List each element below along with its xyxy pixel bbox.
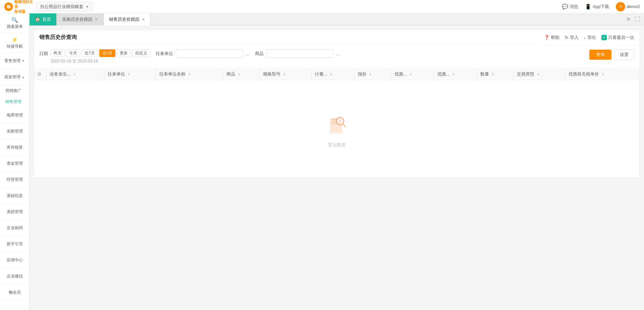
date-btn-1month[interactable]: 近1月 <box>99 49 116 57</box>
settings-button[interactable]: 设置 <box>614 49 634 60</box>
goods-filter-group: 商品 ... <box>255 49 340 58</box>
date-btn-more[interactable]: 更多 <box>117 49 131 57</box>
empty-text: 暂元数据 <box>328 142 345 148</box>
export-btn[interactable]: ↓ 导出 <box>584 35 596 41</box>
date-buttons: 昨天 今天 近7天 近1月 更多 自定义 2023-02-18 至 2023-0… <box>51 49 150 64</box>
tab-close-purchase[interactable]: ✕ <box>95 17 98 21</box>
sort-icon: ⇅ <box>452 72 455 76</box>
sort-icon: ⇅ <box>127 72 130 76</box>
workspace-selector[interactable]: 办公用品行业模拟账套 ▼ <box>36 2 93 11</box>
page-content: 销售历史价查询 ❓ 帮助 ↻ 导入 ↓ 导出 <box>30 25 644 310</box>
filter-actions: 查询 设置 <box>589 49 634 60</box>
date-btn-custom[interactable]: 自定义 <box>132 49 150 57</box>
col-qty[interactable]: 数量 ⇅ <box>477 68 513 80</box>
goods-input[interactable] <box>266 49 333 58</box>
svg-line-9 <box>342 124 345 127</box>
sidebar-item-inventory-check[interactable]: 库存核算 <box>0 140 29 156</box>
help-icon: ❓ <box>544 35 549 40</box>
table-head: ⚙ 业务发生... ⇅ 往来单位 ⇅ <box>34 68 640 80</box>
page-panel: 销售历史价查询 ❓ 帮助 ↻ 导入 ↓ 导出 <box>34 30 640 178</box>
sidebar-item-enterprise-wechat[interactable]: 企业微信 <box>0 268 29 285</box>
checkbox-checked-icon: ✓ <box>601 35 607 40</box>
import-icon: ↻ <box>565 35 569 40</box>
main-layout: 🔍 搜索菜单 ⚡ 快捷导航 零售管理 ▼ 批发管理 ▲ 营销推广 销售管理 电商… <box>0 13 644 310</box>
date-range-text: 2023-02-18 至 2023-03-18 <box>51 58 150 64</box>
partner-input[interactable] <box>176 49 243 58</box>
sidebar-item-purchase-mgmt[interactable]: 采购管理 <box>0 123 29 140</box>
page-header-actions: ❓ 帮助 ↻ 导入 ↓ 导出 ✓ 只看最后一次 <box>544 35 635 41</box>
logo-area: 畅 畅捷信好生意 标准版 <box>4 0 34 14</box>
partner-filter-group: 往来单位 ... <box>156 49 250 58</box>
col-settings[interactable]: ⚙ <box>34 68 46 80</box>
sidebar-item-quick-nav[interactable]: ⚡ 快捷导航 <box>0 33 29 53</box>
sidebar-item-member[interactable]: 畅会员 <box>0 285 29 301</box>
col-spec[interactable]: 规格型号 ⇅ <box>260 68 311 80</box>
sort-icon: ⇅ <box>537 72 540 76</box>
goods-input-group: ... <box>266 49 340 58</box>
sidebar-item-search-menu[interactable]: 🔍 搜索菜单 <box>0 13 29 33</box>
message-icon: 💬 <box>562 4 568 10</box>
home-icon: 🏠 <box>35 17 40 22</box>
sort-icon: ⇅ <box>283 72 286 76</box>
partner-dots-btn[interactable]: ... <box>246 51 250 56</box>
col-pretax-price[interactable]: 优惠前无税单价 ⇅ <box>565 68 640 80</box>
table-body: 暂元数据 <box>34 80 640 178</box>
partner-input-group: ... <box>176 49 250 58</box>
col-goods[interactable]: 商品 ⇅ <box>223 68 260 80</box>
tab-close-sales[interactable]: ✕ <box>142 17 145 21</box>
bookmark-icon: ⚡ <box>11 37 18 43</box>
sort-icon: ⇅ <box>491 72 494 76</box>
sidebar-item-enterprise-collab[interactable]: 企业协同 <box>0 220 29 236</box>
sort-icon: ⇅ <box>369 72 372 76</box>
date-btn-today[interactable]: 今天 <box>66 49 80 57</box>
page-title: 销售历史价查询 <box>39 34 77 41</box>
col-price[interactable]: 报价 ⇅ <box>354 68 391 80</box>
sidebar-item-finance-mgmt[interactable]: 资金管理 <box>0 156 29 172</box>
chevron-up-icon: ▲ <box>22 75 25 79</box>
svg-text:畅: 畅 <box>7 4 11 9</box>
sort-icon: ⇅ <box>73 72 76 76</box>
app-download-btn[interactable]: 📱 App下载 <box>585 4 609 10</box>
sidebar-item-wholesale-mgmt[interactable]: 批发管理 ▲ <box>0 69 29 85</box>
header-right: 💬 消息 📱 App下载 D demo2 <box>562 2 640 11</box>
svg-point-10 <box>339 120 341 122</box>
gear-icon[interactable]: ⚙ <box>37 71 42 77</box>
sidebar-sub-item-marketing[interactable]: 营销推广 <box>0 85 29 96</box>
col-partner-name[interactable]: 往来单位名称 ⇅ <box>156 68 223 80</box>
sidebar-item-ecommerce-mgmt[interactable]: 电商管理 <box>0 107 29 123</box>
export-icon: ↓ <box>584 35 586 40</box>
sidebar-item-app-center[interactable]: 应用中心 <box>0 252 29 268</box>
sidebar-item-operations-mgmt[interactable]: 经营管理 <box>0 172 29 188</box>
col-biz-date[interactable]: 业务发生... ⇅ <box>46 68 104 80</box>
help-btn[interactable]: ❓ 帮助 <box>544 35 559 41</box>
query-button[interactable]: 查询 <box>589 50 611 60</box>
tab-purchase-history[interactable]: 采购历史价跟踪 ✕ <box>57 13 104 25</box>
sidebar-item-new-guide[interactable]: 新手引导 <box>0 236 29 252</box>
tab-bar-right: ✕ ⛶ <box>626 16 644 22</box>
sidebar-item-retail-mgmt[interactable]: 零售管理 ▼ <box>0 53 29 69</box>
import-btn[interactable]: ↻ 导入 <box>565 35 579 41</box>
col-unit[interactable]: 计量... ⇅ <box>311 68 354 80</box>
sidebar-sub-item-sales-mgmt[interactable]: 销售管理 <box>0 96 29 107</box>
chevron-down-icon: ▼ <box>86 5 89 9</box>
date-btn-yesterday[interactable]: 昨天 <box>51 49 65 57</box>
message-btn[interactable]: 💬 消息 <box>562 4 578 10</box>
sidebar-item-system-mgmt[interactable]: 系统管理 <box>0 204 29 220</box>
tab-sales-history[interactable]: 销售历史价跟踪 ✕ <box>104 13 151 25</box>
col-partner-code[interactable]: 往来单位 ⇅ <box>104 68 156 80</box>
date-btn-7days[interactable]: 近7天 <box>82 49 98 57</box>
user-btn[interactable]: D demo2 <box>616 2 640 11</box>
maximize-btn[interactable]: ⛶ <box>635 16 640 22</box>
sidebar-item-basic-info[interactable]: 基础信息 <box>0 188 29 204</box>
goods-dots-btn[interactable]: ... <box>336 51 340 56</box>
close-tab-btn[interactable]: ✕ <box>626 16 631 22</box>
logo-icon: 畅 <box>4 1 13 12</box>
col-trade-type[interactable]: 交易类型 ⇅ <box>513 68 565 80</box>
only-last-checkbox[interactable]: ✓ 只看最后一次 <box>601 35 634 41</box>
tab-home[interactable]: 🏠 首页 <box>30 13 57 25</box>
chevron-down-icon: ▼ <box>22 59 25 63</box>
col-discount2[interactable]: 优惠... ⇅ <box>434 68 477 80</box>
col-discount1[interactable]: 优惠... ⇅ <box>391 68 434 80</box>
filter-bar: 日期 昨天 今天 近7天 近1月 更多 自定义 2023-02-18 至 202… <box>34 45 640 68</box>
table-container: ⚙ 业务发生... ⇅ 往来单位 ⇅ <box>34 68 640 178</box>
